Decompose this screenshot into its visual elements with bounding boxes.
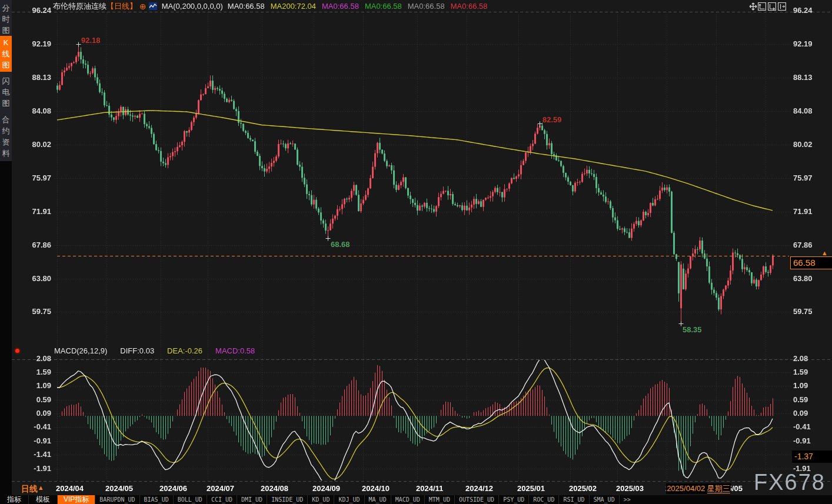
period-circle-icon[interactable]: ⊕ [139,2,147,11]
indicator-chart-icon[interactable] [149,2,157,10]
ma-settings-label: MA(0,200,0,0,0,0) [162,2,223,11]
time-axis-label: 2024/05 [105,484,133,493]
ma-value-label: MA0:66.58 [228,2,265,11]
candlestick-macd-canvas[interactable] [0,0,832,504]
macd-axis-right-label: 0.59 [793,396,808,404]
indicator-marker-icon[interactable] [15,349,19,353]
price-axis-left-label: 84.08 [29,107,51,115]
ma-value-label: MA0:66.58 [451,2,488,11]
macd-axis-left-label: 1.59 [29,368,51,376]
indicator-button-ma_ud[interactable]: MA_UD [365,495,391,504]
symbol-title: 布伦特原油连续 [53,2,107,11]
indicator-toolbar: 指标模板VIP指标BARUPDN_UDBIAS_UDBOLL_UDCCI_UDD… [0,495,832,504]
indicator-button-psy_ud[interactable]: PSY_UD [499,495,529,504]
macd-axis-right-label: 0.09 [793,409,808,418]
macd-axis-right-label: 2.08 [793,355,808,363]
indicator-button-outside_ud[interactable]: OUTSIDE_UD [455,495,499,504]
y-axis-zoom-icon[interactable] [758,2,766,10]
indicator-button-roc_ud[interactable]: ROC_UD [529,495,559,504]
current-price-tag: 66.58 [790,256,832,269]
period-tag: 【日线】 [107,2,137,11]
price-axis-right-label: 96.24 [793,6,813,15]
sidebar-tab-3[interactable]: 闪电图 [0,74,12,110]
price-axis-right-label: 75.97 [793,174,813,182]
time-axis-label: 2025/03 [616,484,644,493]
indicator-button-inside_ud[interactable]: INSIDE_UD [267,495,308,504]
move-crosshair-icon[interactable] [749,2,757,10]
macd-axis-left-label: 0.59 [29,396,51,404]
indicator-button-boll_ud[interactable]: BOLL_UD [174,495,207,504]
time-axis-label: 2024/12 [465,484,493,493]
macd-macd-value: MACD:0.58 [215,346,255,355]
time-axis-label: 2025/02 [569,484,597,493]
price-axis-left-label: 75.97 [29,174,51,182]
price-extreme-annotation: 82.59 [543,115,562,124]
ma-values: MA0:66.58MA200:72.04MA0:66.58MA0:66.58MA… [228,2,488,11]
chart-header: 布伦特原油连续【日线】 ⊕ MA(0,200,0,0,0,0) MA0:66.5… [53,1,488,11]
macd-axis-left-label: 0.09 [29,409,51,418]
crosshair-date-tag: 2025/04/02 星期三 [666,483,731,494]
x-axis-zoom-icon[interactable] [768,2,776,10]
indicator-button-sma_ud[interactable]: SMA_UD [590,495,620,504]
time-axis-label: 2024/04 [56,484,84,493]
time-axis-label: 2024/10 [362,484,390,493]
indicator-button-barupdn_ud[interactable]: BARUPDN_UD [95,495,139,504]
crosshair-weekday: 星期三 [707,484,730,493]
more-indicators-button[interactable]: >> [620,495,635,504]
indicator-button-macd_ud[interactable]: MACD_UD [391,495,425,504]
footer-tab-1[interactable]: 指标 [0,495,29,504]
trading-app: 布伦特原油连续【日线】 ⊕ MA(0,200,0,0,0,0) MA0:66.5… [0,0,832,504]
price-axis-left-label: 67.86 [29,241,51,249]
price-extreme-annotation: 68.68 [331,240,350,249]
crosshair-date: 2025/04/02 [667,484,705,493]
price-axis-left-label: 88.13 [29,74,51,82]
price-axis-right-label: 84.08 [793,107,813,115]
period-up-arrow-icon[interactable]: ▲ [38,484,44,491]
price-axis-left-label: 96.24 [29,6,51,15]
indicator-button-kdj_ud[interactable]: KDJ_UD [334,495,364,504]
macd-dea-value: DEA:-0.26 [167,346,202,355]
macd-header: MACD(26,12,9) DIFF:0.03 DEA:-0.26 MACD:0… [54,346,255,356]
time-axis-label: 2024/08 [261,484,288,493]
macd-axis-left-label: 2.08 [29,355,51,363]
indicator-button-bias_ud[interactable]: BIAS_UD [140,495,174,504]
indicator-button-mtm_ud[interactable]: MTM_UD [425,495,455,504]
price-axis-left-label: 80.02 [29,141,51,149]
macd-axis-left-label: 1.09 [29,382,51,390]
time-axis-label: 2025/01 [517,484,545,493]
sidebar-tab-1[interactable]: 分时图 [0,1,12,37]
price-axis-right-label: 92.19 [793,40,813,48]
indicator-button-cci_ud[interactable]: CCI_UD [207,495,237,504]
macd-axis-right-label: -0.41 [793,423,811,431]
left-sidebar: 分时图K线图闪电图合约资料 [0,0,12,495]
sidebar-tab-4[interactable]: 合约资料 [0,113,12,160]
price-axis-right-label: 63.80 [793,275,813,283]
price-axis-left-label: 71.91 [29,208,51,216]
price-axis-right-label: 71.91 [793,208,813,216]
indicator-button-dmi_ud[interactable]: DMI_UD [237,495,267,504]
footer-tab-vip-indicators[interactable]: VIP指标 [58,495,95,504]
macd-axis-right-label: 1.59 [793,368,808,376]
period-label[interactable]: 日线 [21,484,38,495]
sidebar-tab-2[interactable]: K线图 [0,36,12,72]
price-axis-right-label: 80.02 [793,141,813,149]
time-axis-label: 2024/11 [416,484,443,493]
indicator-button-kd_ud[interactable]: KD_UD [308,495,334,504]
price-extreme-annotation: 92.18 [81,36,101,45]
price-tag-arrow-icon: ▲ [821,249,828,256]
time-axis-label: 2024/07 [207,484,234,493]
macd-diff-value: DIFF:0.03 [120,346,154,355]
macd-axis-right-label: -0.91 [793,437,811,445]
time-axis-label: 2024/09 [312,484,340,493]
brand-watermark: FX678 [754,470,826,495]
price-extreme-annotation: 58.35 [683,325,702,334]
ma-value-label: MA0:66.58 [322,2,359,11]
indicator-button-rsi_ud[interactable]: RSI_UD [559,495,589,504]
price-axis-right-label: 67.86 [793,241,813,249]
macd-axis-left-label: -1.91 [29,465,51,473]
footer-tab-2[interactable]: 模板 [29,495,58,504]
restore-view-icon[interactable] [778,2,786,10]
macd-axis-left-label: -1.41 [29,450,51,459]
macd-axis-right-label: 1.09 [793,382,808,390]
price-axis-left-label: 59.75 [29,308,51,316]
